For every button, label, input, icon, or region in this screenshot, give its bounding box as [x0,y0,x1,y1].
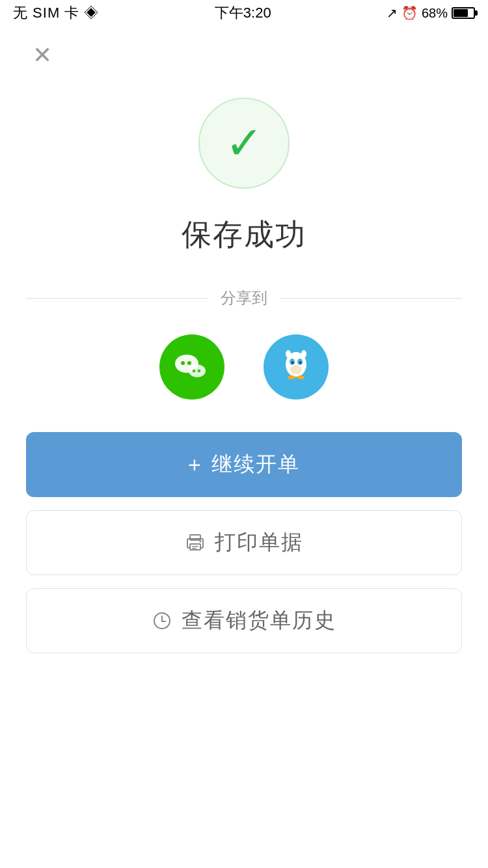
svg-point-5 [198,370,200,372]
history-icon [152,610,172,631]
wechat-icon [172,347,211,387]
close-icon: ✕ [33,44,52,67]
svg-rect-22 [192,546,198,547]
share-label: 分享到 [221,288,267,308]
svg-point-4 [193,370,195,372]
svg-rect-23 [192,548,197,549]
svg-point-18 [301,350,306,358]
qq-share-button[interactable] [264,334,329,400]
buttons-section: + 继续开单 打印单据 查看销货单历史 [26,432,462,653]
battery-icon [452,7,475,19]
view-history-button[interactable]: 查看销货单历史 [26,588,462,653]
left-divider [26,298,208,299]
status-bar: 无 SIM 卡 ◈ 下午3:20 ↗ ⏰ 68% [0,0,488,26]
success-text: 保存成功 [182,215,306,255]
status-time: 下午3:20 [215,3,271,23]
main-content: ✕ ✓ 保存成功 分享到 [0,26,488,679]
success-circle: ✓ [198,98,290,189]
status-right: ↗ ⏰ 68% [386,5,475,21]
svg-point-14 [290,365,302,374]
continue-order-label: 继续开单 [211,450,300,479]
plus-icon: + [188,452,202,478]
continue-order-button[interactable]: + 继续开单 [26,432,462,497]
status-left: 无 SIM 卡 ◈ [13,3,99,23]
svg-point-15 [288,375,295,379]
print-label: 打印单据 [215,528,303,557]
close-button-row: ✕ [26,39,462,72]
printer-icon [185,532,206,553]
close-button[interactable]: ✕ [26,39,59,72]
svg-point-10 [299,361,302,364]
location-icon: ↗ [386,5,398,21]
wechat-share-button[interactable] [159,334,224,400]
svg-point-16 [297,375,305,379]
svg-point-3 [189,364,206,377]
history-label: 查看销货单历史 [182,606,336,635]
checkmark-icon: ✓ [225,120,264,166]
print-button[interactable]: 打印单据 [26,510,462,575]
battery-percent: 68% [422,6,448,21]
svg-point-2 [187,361,191,365]
svg-point-9 [291,361,294,364]
share-section: 分享到 [26,288,462,400]
share-icons-row [159,334,329,400]
svg-point-17 [286,350,291,358]
share-divider-row: 分享到 [26,288,462,308]
svg-point-1 [181,361,185,365]
right-divider [280,298,462,299]
qq-icon [277,347,316,387]
svg-point-11 [293,361,294,362]
svg-point-24 [200,541,202,543]
alarm-icon: ⏰ [401,5,418,21]
svg-point-12 [301,361,302,362]
